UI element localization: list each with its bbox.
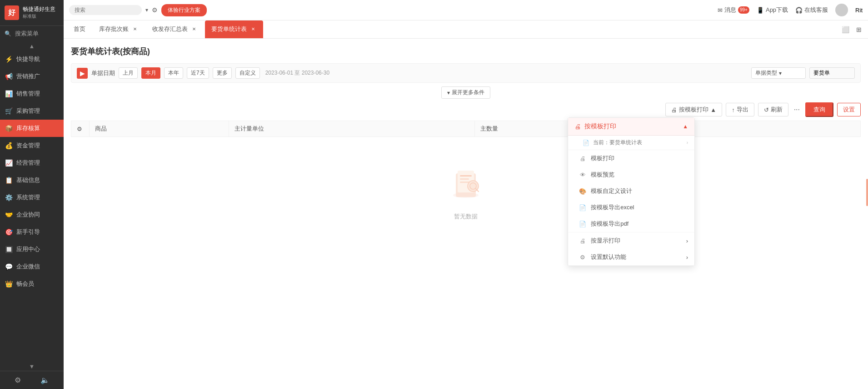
tab-home[interactable]: 首页 bbox=[67, 20, 92, 38]
dropdown-item-export-excel[interactable]: 📄 按模板导出excel bbox=[568, 199, 694, 216]
app-logo-icon: 好 bbox=[5, 5, 19, 20]
col-settings[interactable]: ⚙ bbox=[71, 121, 90, 137]
sidebar-scroll-up[interactable]: ▲ bbox=[0, 41, 64, 51]
sidebar-item-weixin[interactable]: 💬 企业微信 bbox=[0, 258, 64, 275]
apps-icon: 🔲 bbox=[5, 246, 13, 253]
settings-btn[interactable]: 设置 bbox=[837, 103, 861, 116]
sidebar-item-operations[interactable]: 📈 经营管理 bbox=[0, 154, 64, 172]
sidebar-item-finance[interactable]: 💰 资金管理 bbox=[0, 137, 64, 154]
tab-order-stats-close[interactable]: × bbox=[249, 25, 257, 33]
sidebar-item-label: 经营管理 bbox=[16, 159, 40, 167]
more-options-icon[interactable]: ··· bbox=[792, 106, 802, 114]
date-btn-more[interactable]: 更多 bbox=[213, 67, 232, 79]
display-print-arrow: › bbox=[686, 237, 688, 244]
sidebar-search[interactable]: 🔍 搜索菜单 bbox=[0, 26, 64, 41]
search-icon: 🔍 bbox=[5, 30, 11, 37]
marketing-icon: 📢 bbox=[5, 73, 13, 80]
query-btn[interactable]: 查询 bbox=[805, 102, 833, 117]
sidebar-item-label: 快捷导航 bbox=[16, 55, 40, 63]
sidebar: 好 畅捷通好生意 标准版 🔍 搜索菜单 ▲ ⚡ 快捷导航 📢 营销推广 📊 销售… bbox=[0, 0, 64, 389]
sidebar-item-marketing[interactable]: 📢 营销推广 bbox=[0, 68, 64, 85]
data-table: ⚙ 商品 主计量单位 主数量 零售金额 bbox=[71, 121, 861, 248]
service-label: 在线客服 bbox=[804, 6, 828, 14]
sidebar-search-label: 搜索菜单 bbox=[15, 30, 39, 38]
set-default-arrow: › bbox=[686, 254, 688, 261]
sidebar-nav: ⚡ 快捷导航 📢 营销推广 📊 销售管理 🛒 采购管理 📦 库存核算 💰 资金管… bbox=[0, 51, 64, 362]
dropdown-item-template-preview[interactable]: 👁 模板预览 bbox=[568, 167, 694, 183]
sidebar-item-label: 资金管理 bbox=[16, 141, 40, 150]
topbar-app-download[interactable]: 📱 App下载 bbox=[757, 6, 788, 14]
topbar-gear-icon[interactable]: ⚙ bbox=[152, 6, 158, 14]
topbar-message[interactable]: ✉ 消息 99+ bbox=[718, 6, 749, 14]
sidebar-item-member[interactable]: 👑 畅会员 bbox=[0, 275, 64, 293]
date-btn-7days[interactable]: 近7天 bbox=[187, 67, 209, 79]
current-template-item[interactable]: 📄 当前：要货单统计表 › bbox=[568, 136, 694, 150]
sidebar-item-basic[interactable]: 📋 基础信息 bbox=[0, 172, 64, 189]
refresh-btn[interactable]: ↺ 刷新 bbox=[758, 103, 788, 116]
filter-expand-btn[interactable]: ▶ bbox=[77, 68, 88, 79]
date-btn-custom[interactable]: 自定义 bbox=[235, 67, 260, 79]
sidebar-item-quick-nav[interactable]: ⚡ 快捷导航 bbox=[0, 51, 64, 68]
export-label: 导出 bbox=[737, 106, 748, 114]
tab-receipt-summary[interactable]: 收发存汇总表 × bbox=[146, 20, 204, 38]
finance-icon: 💰 bbox=[5, 142, 13, 149]
purchase-icon: 🛒 bbox=[5, 107, 13, 115]
empty-text: 暂无数据 bbox=[454, 212, 478, 221]
sidebar-item-sales[interactable]: 📊 销售管理 bbox=[0, 85, 64, 102]
dropdown-item-template-print[interactable]: 🖨 模板打印 bbox=[568, 150, 694, 167]
export-icon: ↑ bbox=[732, 106, 735, 113]
scrollbar-indicator[interactable] bbox=[866, 179, 868, 206]
sidebar-item-label: 库存核算 bbox=[16, 124, 40, 132]
dropdown-header[interactable]: 🖨 按模板打印 ▲ bbox=[568, 118, 694, 136]
set-default-label: 设置默认功能 bbox=[591, 253, 626, 261]
tab-order-stats-label: 要货单统计表 bbox=[211, 25, 247, 33]
sidebar-item-guide[interactable]: 🎯 新手引导 bbox=[0, 223, 64, 241]
sidebar-item-collab[interactable]: 🤝 企业协同 bbox=[0, 206, 64, 223]
tab-inventory-batch-close[interactable]: × bbox=[131, 25, 139, 33]
topbar-online-service[interactable]: 🎧 在线客服 bbox=[795, 6, 828, 14]
tab-order-stats[interactable]: 要货单统计表 × bbox=[205, 20, 263, 38]
sidebar-item-purchase[interactable]: 🛒 采购管理 bbox=[0, 102, 64, 120]
sidebar-item-inventory[interactable]: 📦 库存核算 bbox=[0, 120, 64, 137]
member-icon: 👑 bbox=[5, 280, 13, 288]
chevron-down-icon: ▾ bbox=[447, 90, 450, 96]
tab-inventory-batch[interactable]: 库存批次账 × bbox=[93, 20, 145, 38]
print-icon: 🖨 bbox=[671, 106, 677, 113]
table-settings-icon[interactable]: ⚙ bbox=[77, 126, 82, 132]
content-area: 要货单统计表(按商品) ▶ 单据日期 上月 本月 本年 近7天 更多 自定义 2… bbox=[64, 39, 868, 389]
tab-restore-btn[interactable]: ⊞ bbox=[853, 24, 864, 35]
order-filter-input[interactable]: 要货单 bbox=[809, 67, 855, 79]
sidebar-scroll-down[interactable]: ▼ bbox=[0, 362, 64, 371]
export-btn[interactable]: ↑ 导出 bbox=[726, 103, 754, 116]
date-btn-this-month[interactable]: 本月 bbox=[141, 67, 160, 79]
print-label: 按模板打印 bbox=[679, 106, 708, 114]
dropdown-item-template-custom[interactable]: 🎨 模板自定义设计 bbox=[568, 183, 694, 199]
settings-icon[interactable]: ⚙ bbox=[15, 376, 21, 384]
dropdown-group-set-default[interactable]: ⚙ 设置默认功能 › bbox=[568, 249, 694, 265]
svg-rect-3 bbox=[460, 175, 472, 177]
date-btn-this-year[interactable]: 本年 bbox=[164, 67, 183, 79]
print-btn[interactable]: 🖨 按模板打印 ▲ bbox=[665, 103, 722, 116]
topbar-dropdown[interactable]: ▾ bbox=[145, 7, 148, 13]
avatar[interactable] bbox=[835, 4, 848, 16]
tab-maximize-btn[interactable]: ⬜ bbox=[840, 24, 851, 35]
trial-btn[interactable]: 体验行业方案 bbox=[161, 4, 207, 16]
dropdown-item-export-pdf[interactable]: 📄 按模板导出pdf bbox=[568, 216, 694, 232]
dropdown-group-display-print[interactable]: 🖨 按显示打印 › bbox=[568, 232, 694, 249]
date-btn-last-month[interactable]: 上月 bbox=[119, 67, 138, 79]
sidebar-item-system[interactable]: ⚙️ 系统管理 bbox=[0, 189, 64, 206]
service-icon: 🎧 bbox=[795, 7, 803, 14]
tab-receipt-summary-close[interactable]: × bbox=[190, 25, 198, 33]
expand-more-btn[interactable]: ▾ 展开更多条件 bbox=[441, 86, 490, 99]
sound-icon[interactable]: 🔈 bbox=[40, 376, 50, 384]
sidebar-item-label: 新手引导 bbox=[16, 228, 40, 236]
type-filter-select[interactable]: 单据类型 ▾ bbox=[751, 67, 806, 79]
template-custom-icon: 🎨 bbox=[579, 188, 586, 195]
sidebar-logo: 好 畅捷通好生意 标准版 bbox=[0, 0, 64, 26]
empty-row: 暂无数据 bbox=[71, 137, 861, 248]
topbar-search-input[interactable] bbox=[69, 5, 142, 15]
dropdown-collapse-arrow[interactable]: ▲ bbox=[683, 123, 688, 130]
app-download-label: App下载 bbox=[766, 6, 788, 14]
sidebar-item-apps[interactable]: 🔲 应用中心 bbox=[0, 241, 64, 258]
date-filter-label: 单据日期 bbox=[91, 69, 115, 77]
